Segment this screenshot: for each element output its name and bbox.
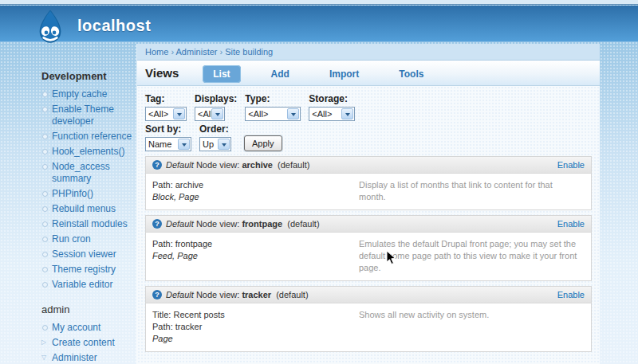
selected-value: <All>	[248, 109, 268, 119]
help-icon[interactable]: ?	[152, 160, 162, 170]
filter-label-displays: Displays:	[195, 93, 237, 104]
view-row-header: ?Default Node view: tracker (default)Ena…	[146, 287, 591, 303]
sidebar-item-phpinfo[interactable]: PHPinfo()	[41, 188, 137, 200]
view-row-header: ?Default Node view: archive (default)Ena…	[146, 157, 591, 174]
sidebar-item-hook-elements[interactable]: Hook_elements()	[41, 146, 137, 158]
filter-label-sort-by: Sort by:	[145, 123, 191, 135]
breadcrumb-link-administer[interactable]: Administer	[176, 47, 218, 57]
content-panel: Home › Administer › Site building Views …	[137, 44, 600, 364]
view-default-marker: (default)	[271, 290, 308, 299]
view-details: Path: frontpageFeed, Page	[152, 238, 359, 274]
view-type-label: Node view:	[194, 160, 242, 170]
view-row-body: Path: archiveBlock, PageDisplay a list o…	[146, 174, 591, 209]
enable-link[interactable]: Enable	[557, 219, 585, 229]
tab-add[interactable]: Add	[262, 66, 299, 82]
sidebar-link-administer[interactable]: Administer	[52, 352, 97, 364]
sidebar-item-variable-editor[interactable]: Variable editor	[41, 279, 137, 291]
sidebar-link-run-cron[interactable]: Run cron	[52, 233, 91, 245]
sidebar-item-administer[interactable]: ▽Administer	[41, 352, 137, 364]
filter-group-type: Type:<All>	[245, 93, 301, 121]
chevron-down-icon[interactable]	[287, 108, 299, 119]
sidebar-link-variable-editor[interactable]: Variable editor	[52, 279, 113, 291]
sidebar-item-enable-theme-developer[interactable]: Enable Theme developer	[41, 104, 137, 127]
view-name: archive	[242, 160, 273, 170]
view-type-label: Node view:	[194, 290, 242, 299]
view-row-archive: ?Default Node view: archive (default)Ena…	[145, 156, 592, 210]
tab-import[interactable]: Import	[320, 66, 368, 82]
sidebar-link-empty-cache[interactable]: Empty cache	[52, 88, 107, 100]
filter-group-storage: Storage:<All>	[309, 93, 355, 121]
view-details: Path: archiveBlock, Page	[152, 179, 359, 203]
sidebar-item-function-reference[interactable]: Function reference	[41, 131, 137, 143]
expanded-bullet-icon: ▽	[41, 352, 52, 363]
apply-button[interactable]: Apply	[244, 135, 282, 151]
sidebar-item-my-account[interactable]: My account	[41, 322, 137, 334]
filter-select-sort-by[interactable]: Name	[145, 137, 191, 151]
sidebar-section-admin: adminMy account▷Create content▽Administe…	[41, 303, 137, 364]
enable-link[interactable]: Enable	[557, 160, 585, 170]
sidebar-item-node-access-summary[interactable]: Node_access summary	[41, 161, 137, 185]
chevron-down-icon[interactable]	[341, 108, 353, 119]
sidebar-link-theme-registry[interactable]: Theme registry	[52, 264, 116, 276]
view-type-label: Node view:	[194, 219, 242, 229]
help-icon[interactable]: ?	[152, 219, 162, 229]
enable-link[interactable]: Enable	[557, 290, 585, 299]
sidebar-link-create-content[interactable]: Create content	[52, 337, 115, 349]
sidebar-link-my-account[interactable]: My account	[52, 322, 100, 334]
filter-select-storage[interactable]: <All>	[309, 107, 355, 121]
sidebar-item-rebuild-menus[interactable]: Rebuild menus	[41, 203, 137, 215]
drupal-logo-icon	[32, 9, 69, 45]
sidebar-item-run-cron[interactable]: Run cron	[41, 233, 137, 245]
filter-group-displays: Displays:<All>	[195, 93, 237, 121]
filter-group-sort-by: Sort by:Name	[145, 123, 191, 151]
collapsed-bullet-icon: ▷	[41, 337, 52, 348]
tab-tools[interactable]: Tools	[389, 66, 433, 82]
sidebar-link-function-reference[interactable]: Function reference	[52, 131, 132, 143]
filter-select-tag[interactable]: <All>	[145, 107, 187, 121]
site-name[interactable]: localhost	[77, 17, 151, 35]
view-detail-line: Path: tracker	[152, 321, 359, 333]
sidebar-link-phpinfo[interactable]: PHPinfo()	[52, 188, 93, 200]
sidebar-link-enable-theme-developer[interactable]: Enable Theme developer	[52, 104, 137, 127]
breadcrumb-link-home[interactable]: Home	[145, 47, 168, 57]
sidebar-link-reinstall-modules[interactable]: Reinstall modules	[52, 218, 128, 230]
selected-value: Up	[203, 139, 214, 149]
view-row-body: Path: frontpageFeed, PageEmulates the de…	[146, 233, 591, 280]
sidebar-link-node-access-summary[interactable]: Node_access summary	[52, 161, 137, 185]
filter-select-type[interactable]: <All>	[245, 107, 301, 121]
sidebar-item-session-viewer[interactable]: Session viewer	[41, 249, 137, 260]
selected-value: Name	[148, 139, 171, 149]
chevron-down-icon[interactable]	[173, 108, 185, 119]
sidebar-link-hook-elements[interactable]: Hook_elements()	[52, 146, 124, 158]
help-icon[interactable]: ?	[152, 290, 162, 299]
view-displays: Page	[152, 333, 359, 345]
filter-group-order: Order:Up	[199, 123, 231, 151]
selected-value: <All>	[148, 109, 168, 119]
sidebar-item-theme-registry[interactable]: Theme registry	[41, 264, 137, 276]
sidebar-item-create-content[interactable]: ▷Create content	[41, 337, 137, 349]
chevron-down-icon[interactable]	[178, 139, 190, 150]
breadcrumb-link-site-building[interactable]: Site building	[225, 47, 273, 57]
views-list: ?Default Node view: archive (default)Ena…	[145, 156, 592, 352]
tab-list[interactable]: List	[203, 65, 240, 83]
view-description: Display a list of months that link to co…	[359, 179, 585, 203]
sidebar-item-reinstall-modules[interactable]: Reinstall modules	[41, 218, 137, 230]
sidebar-heading-admin: admin	[41, 303, 137, 315]
filter-select-displays[interactable]: <All>	[195, 107, 225, 121]
view-detail-line: Title: Recent posts	[152, 309, 359, 321]
filter-label-tag: Tag:	[145, 93, 187, 104]
filter-label-order: Order:	[199, 123, 231, 135]
sidebar-item-empty-cache[interactable]: Empty cache	[41, 88, 137, 100]
sidebar-link-session-viewer[interactable]: Session viewer	[52, 249, 116, 260]
chevron-down-icon[interactable]	[218, 139, 230, 150]
chevron-down-icon[interactable]	[211, 108, 223, 119]
page-title: Views	[145, 66, 179, 80]
view-row-header: ?Default Node view: frontpage (default)E…	[146, 216, 591, 233]
selected-value: <All>	[312, 109, 332, 119]
filter-row-1: Tag:<All>Displays:<All>Type:<All>Storage…	[145, 93, 592, 121]
filter-select-order[interactable]: Up	[199, 137, 231, 151]
view-displays: Feed, Page	[152, 250, 359, 262]
sidebar-link-rebuild-menus[interactable]: Rebuild menus	[52, 203, 116, 215]
view-type-default: Default	[166, 290, 194, 299]
sidebar-section-development: DevelopmentEmpty cacheEnable Theme devel…	[41, 70, 137, 291]
